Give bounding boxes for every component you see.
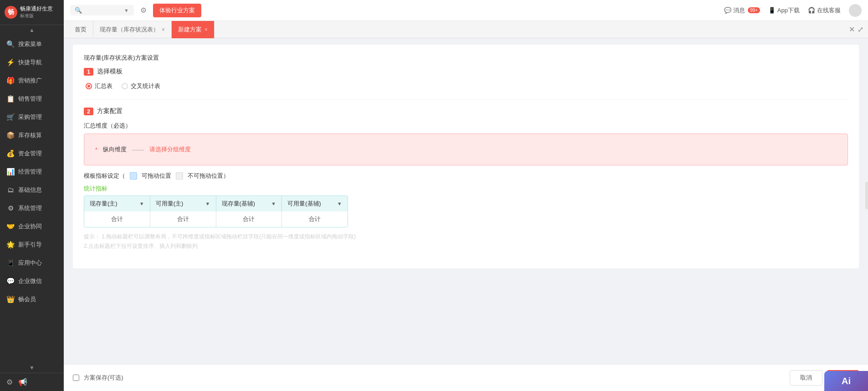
sidebar-item-purchase[interactable]: 🛒 采购管理 — [0, 108, 64, 126]
basic-info-icon: 🗂 — [6, 186, 15, 194]
col-header-3-label: 可用量(基辅) — [287, 200, 321, 208]
ai-float-button[interactable]: Ai — [824, 371, 868, 391]
radio-cross-label: 交叉统计表 — [131, 82, 160, 90]
sidebar-scroll-up[interactable]: ▲ — [0, 25, 64, 35]
sidebar-item-inventory[interactable]: 📦 库存核算 — [0, 126, 64, 144]
col-header-2[interactable]: 现存量(基辅) ▼ — [216, 196, 282, 211]
radio-summary-circle — [86, 83, 92, 89]
tab-inventory-status[interactable]: 现存量（库存状况表） × — [93, 21, 172, 38]
sidebar-item-app-center[interactable]: 📱 应用中心 — [0, 254, 64, 272]
tab-home-label: 首页 — [75, 26, 87, 34]
radio-summary[interactable]: 汇总表 — [86, 82, 112, 90]
step1-header: 1 选择模板 — [84, 67, 848, 76]
right-edge-handle[interactable] — [865, 182, 868, 209]
sidebar-item-label: 系统管理 — [18, 204, 42, 212]
help-icon[interactable]: 📢 — [18, 378, 27, 386]
col-header-3[interactable]: 可用量(基辅) ▼ — [282, 196, 347, 211]
col-0-chevron-icon[interactable]: ▼ — [139, 201, 144, 206]
sidebar-item-member[interactable]: 👑 畅会员 — [0, 290, 64, 309]
sidebar-item-quick-nav[interactable]: ⚡ 快捷导航 — [0, 53, 64, 72]
tips-section: 提示： 1.拖动标题栏可以调整布局，不可跨维度或指标区域拖动栏目字段(只能在同一… — [84, 233, 848, 250]
topbar-search-box[interactable]: 🔍 ▼ — [70, 5, 134, 15]
trial-btn[interactable]: 体验行业方案 — [153, 4, 201, 17]
sidebar-item-marketing[interactable]: 🎁 营销推广 — [0, 72, 64, 90]
online-service-item[interactable]: 🎧 在线客服 — [808, 6, 841, 15]
page-title: 现存量(库存状况表)方案设置 — [84, 54, 848, 62]
purchase-icon: 🛒 — [6, 113, 15, 121]
col-3-chevron-icon[interactable]: ▼ — [337, 201, 342, 206]
sidebar-item-label: 畅会员 — [18, 295, 36, 304]
sidebar-item-operation[interactable]: 📊 经营管理 — [0, 163, 64, 181]
company-icon: 🤝 — [6, 222, 15, 231]
messages-item[interactable]: 💬 消息 99+ — [724, 6, 760, 15]
dropdown-icon[interactable]: ▼ — [124, 8, 129, 13]
drag-indicator — [130, 172, 137, 180]
close-new-plan-tab-icon[interactable]: × — [204, 26, 208, 33]
save-checkbox[interactable] — [73, 375, 79, 381]
col-1-chevron-icon[interactable]: ▼ — [205, 201, 210, 206]
col-header-1[interactable]: 可用量(主) ▼ — [150, 196, 216, 211]
tab-new-plan[interactable]: 新建方案 × — [172, 21, 214, 38]
search-input[interactable] — [85, 7, 121, 14]
radio-cross[interactable]: 交叉统计表 — [122, 82, 160, 90]
sidebar-nav: 🔍 搜索菜单 ⚡ 快捷导航 🎁 营销推广 📋 销售管理 🛒 采购管理 📦 库存核… — [0, 35, 64, 363]
expand-icon[interactable]: ⤢ — [858, 25, 863, 34]
sidebar-item-wechat[interactable]: 💬 企业微信 — [0, 272, 64, 290]
sidebar-item-label: 库存核算 — [18, 131, 42, 139]
sidebar-item-label: 新手引导 — [18, 241, 42, 249]
tab-inventory-status-label: 现存量（库存状况表） — [100, 26, 159, 34]
sidebar-item-label: 营销推广 — [18, 77, 42, 85]
dimension-box[interactable]: * 纵向维度 —— 请选择分组维度 — [84, 134, 848, 165]
sidebar-item-label: 快捷导航 — [18, 58, 42, 67]
sidebar-item-sales[interactable]: 📋 销售管理 — [0, 90, 64, 108]
gear-icon[interactable]: ⚙ — [140, 6, 147, 15]
stats-table-body: 合计 合计 合计 合计 — [84, 211, 347, 227]
inventory-icon: 📦 — [6, 131, 15, 139]
message-icon: 💬 — [724, 7, 731, 14]
finance-icon: 💰 — [6, 149, 15, 158]
col-body-0: 合计 — [84, 211, 150, 227]
step2-section: 2 方案配置 汇总维度（必选） * 纵向维度 —— 请选择分组维度 模板指标设定… — [84, 107, 848, 250]
system-icon: ⚙ — [6, 204, 15, 212]
close-tab-icon[interactable]: ✕ — [849, 25, 855, 34]
tip-2: 2.点击标题栏下拉可设置排序、插入列和删除列 — [84, 242, 848, 250]
close-inventory-tab-icon[interactable]: × — [162, 26, 165, 33]
avatar[interactable] — [849, 4, 862, 17]
sidebar-item-newbie[interactable]: 🌟 新手引导 — [0, 236, 64, 254]
sidebar-item-label: 基础信息 — [18, 186, 42, 194]
sidebar-item-search-menu[interactable]: 🔍 搜索菜单 — [0, 35, 64, 53]
app-download-item[interactable]: 📱 App下载 — [768, 6, 800, 15]
sidebar-item-label: 采购管理 — [18, 113, 42, 121]
col-2-chevron-icon[interactable]: ▼ — [271, 201, 276, 206]
sidebar-item-finance[interactable]: 💰 资金管理 — [0, 144, 64, 163]
messages-badge: 99+ — [748, 7, 760, 13]
col-body-2: 合计 — [216, 211, 282, 227]
sidebar-item-label: 企业协同 — [18, 222, 42, 231]
online-service-label: 在线客服 — [817, 6, 841, 15]
cancel-button[interactable]: 取消 — [790, 370, 822, 386]
sidebar-item-company[interactable]: 🤝 企业协同 — [0, 217, 64, 236]
sidebar-scroll-down[interactable]: ▼ — [0, 363, 64, 373]
search-menu-icon: 🔍 — [6, 40, 15, 48]
settings-icon[interactable]: ⚙ — [6, 378, 13, 386]
save-label: 方案保存(可选) — [84, 374, 123, 382]
tabbar: 首页 现存量（库存状况表） × 新建方案 × ✕ ⤢ — [64, 21, 868, 38]
search-icon: 🔍 — [75, 7, 82, 14]
sidebar-item-system[interactable]: ⚙ 系统管理 — [0, 199, 64, 217]
template-options: 汇总表 交叉统计表 — [86, 82, 848, 90]
sidebar-item-basic-info[interactable]: 🗂 基础信息 — [0, 181, 64, 199]
quick-nav-icon: ⚡ — [6, 58, 15, 67]
sidebar-item-label: 销售管理 — [18, 95, 42, 103]
col-header-0[interactable]: 现存量(主) ▼ — [84, 196, 150, 211]
sidebar-item-label: 资金管理 — [18, 149, 42, 158]
tab-new-plan-label: 新建方案 — [178, 26, 202, 34]
sales-icon: 📋 — [6, 95, 15, 103]
main-panel: 现存量(库存状况表)方案设置 1 选择模板 汇总表 交叉统计表 — [73, 45, 859, 268]
sidebar-item-label: 经营管理 — [18, 168, 42, 176]
col-header-2-label: 现存量(基辅) — [222, 200, 255, 208]
tab-home[interactable]: 首页 — [68, 21, 93, 38]
divider1 — [84, 99, 848, 100]
content-area: 现存量(库存状况表)方案设置 1 选择模板 汇总表 交叉统计表 — [64, 38, 868, 364]
summary-dim-label: 汇总维度（必选） — [84, 122, 848, 130]
step1-section: 1 选择模板 汇总表 交叉统计表 — [84, 67, 848, 90]
